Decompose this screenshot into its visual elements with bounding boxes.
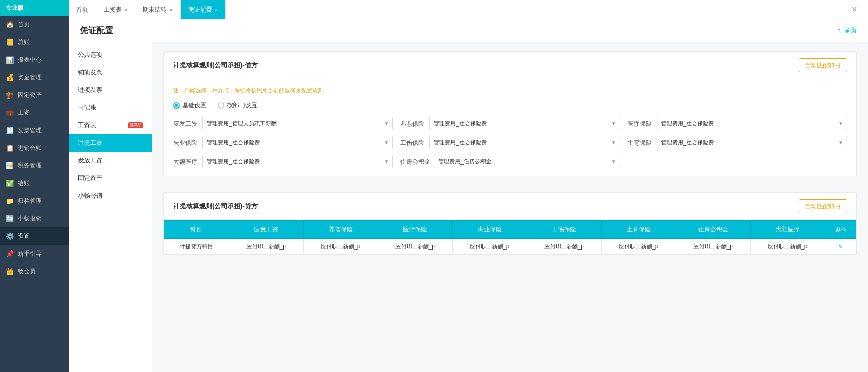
sidebar-label-invoice-mgmt: 发票管理 xyxy=(18,126,42,135)
sidebar-item-settings[interactable]: ⚙️设置 xyxy=(0,227,69,245)
debit-select-value-生育保险: 管理费用_社会保险费 xyxy=(661,139,714,147)
debit-arrow-住房公积金: ▼ xyxy=(611,159,616,164)
sidebar-item-settlement[interactable]: ✅结账 xyxy=(0,174,69,192)
credit-th-操作: 操作 xyxy=(825,221,856,239)
tabs-container: 首页工资表×期末结转×凭证配置× xyxy=(69,0,226,19)
tab-salary-table[interactable]: 工资表× xyxy=(96,0,135,19)
debit-auto-match-button[interactable]: 自动匹配科目 xyxy=(799,58,847,72)
close-button[interactable]: ✕ xyxy=(848,3,861,16)
tab-label-period-close: 期末结转 xyxy=(143,6,167,14)
debit-select-value-大额医疗: 管理费用_社会保险费 xyxy=(207,158,260,166)
debit-select-工伤保险[interactable]: 管理费用_社会保险费 ▼ xyxy=(429,136,620,149)
left-nav-label-salary-table: 工资表 xyxy=(78,121,96,129)
debit-section-header: 计提核算规则(公司承担)-借方 自动匹配科目 xyxy=(164,52,856,79)
debit-form-row-大额医疗: 大额医疗 管理费用_社会保险费 ▼ xyxy=(173,155,393,168)
credit-row-value-7: 应付职工薪酬_p xyxy=(751,239,825,255)
refresh-button[interactable]: ↻ 刷新 xyxy=(838,26,857,35)
left-nav-item-sales-invoice[interactable]: 销项发票 xyxy=(69,64,152,81)
debit-select-value-养老保险: 管理费用_社会保险费 xyxy=(434,120,487,128)
sidebar-item-invoice-mgmt[interactable]: 🧾发票管理 xyxy=(0,122,69,139)
tab-close-voucher-config[interactable]: × xyxy=(215,7,218,13)
debit-label-大额医疗: 大额医疗 xyxy=(173,158,199,166)
tab-close-salary-table[interactable]: × xyxy=(124,7,127,13)
refresh-label: 刷新 xyxy=(845,26,857,35)
sidebar-item-member[interactable]: 👑畅会员 xyxy=(0,263,69,280)
left-nav-label-journal: 日记账 xyxy=(78,103,96,112)
sidebar-item-reports[interactable]: 📊报表中心 xyxy=(0,51,69,69)
sidebar-item-salary[interactable]: 💼工资 xyxy=(0,104,69,122)
section-divider xyxy=(163,186,857,186)
sidebar-item-general-ledger[interactable]: 📒总账 xyxy=(0,33,69,51)
debit-select-应发工资[interactable]: 管理费用_管理人员职工薪酬 ▼ xyxy=(202,117,393,130)
tab-label-voucher-config: 凭证配置 xyxy=(188,6,212,14)
debit-select-生育保险[interactable]: 管理费用_社会保险费 ▼ xyxy=(657,136,847,149)
debit-select-value-住房公积金: 管理费用_住房公积金 xyxy=(438,158,492,166)
debit-form-row-养老保险: 养老保险 管理费用_社会保险费 ▼ xyxy=(400,117,620,130)
tab-voucher-config[interactable]: 凭证配置× xyxy=(181,0,226,19)
tab-period-close[interactable]: 期末结转× xyxy=(135,0,180,19)
credit-section: 计提核算规则(公司承担)-贷方 自动匹配科目 科目应发工资养老保险医疗保险失业保… xyxy=(163,192,857,255)
sidebar-item-funds[interactable]: 💰资金管理 xyxy=(0,69,69,86)
radio-dept-label: 按部门设置 xyxy=(227,101,257,109)
edit-icon[interactable]: ✎ xyxy=(838,244,843,250)
credit-row-action[interactable]: ✎ xyxy=(825,239,856,255)
sidebar-label-general-ledger: 总账 xyxy=(18,38,30,46)
debit-arrow-生育保险: ▼ xyxy=(838,140,843,145)
left-nav-label-purchase-invoice: 进项发票 xyxy=(78,86,102,94)
debit-form-grid: 应发工资 管理费用_管理人员职工薪酬 ▼ 养老保险 管理费用_社会保险费 ▼ 医… xyxy=(173,117,847,168)
sidebar-icon-salary: 💼 xyxy=(6,109,14,116)
sidebar-item-archive[interactable]: 📁归档管理 xyxy=(0,192,69,210)
debit-select-失业保险[interactable]: 管理费用_社会保险费 ▼ xyxy=(202,136,393,149)
credit-row-value-2: 应付职工薪酬_p xyxy=(378,239,453,255)
page-title: 凭证配置 xyxy=(80,25,113,36)
debit-select-养老保险[interactable]: 管理费用_社会保险费 ▼ xyxy=(429,117,620,130)
radio-basic[interactable]: 基础设置 xyxy=(173,101,207,109)
radio-by-dept[interactable]: 按部门设置 xyxy=(218,101,257,109)
credit-row-value-1: 应付职工薪酬_p xyxy=(304,239,378,255)
debit-select-住房公积金[interactable]: 管理费用_住房公积金 ▼ xyxy=(434,155,620,168)
sidebar-icon-settlement: ✅ xyxy=(6,180,14,187)
tab-label-home: 首页 xyxy=(76,6,88,14)
sidebar-items: 🏠首页📒总账📊报表中心💰资金管理🏗️固定资产💼工资🧾发票管理📋进销台账📝税务管理… xyxy=(0,16,69,280)
debit-label-养老保险: 养老保险 xyxy=(400,120,426,128)
left-nav-label-sales-invoice: 销项发票 xyxy=(78,68,102,77)
credit-section-body: 科目应发工资养老保险医疗保险失业保险工伤保险生育保险住房公积金大额医疗操作计提贷… xyxy=(164,220,856,255)
debit-form-row-工伤保险: 工伤保险 管理费用_社会保险费 ▼ xyxy=(400,136,620,149)
sidebar-item-purchase-sales[interactable]: 📋进销台账 xyxy=(0,139,69,157)
debit-label-应发工资: 应发工资 xyxy=(173,120,199,128)
sidebar-item-guide[interactable]: 📌新手引导 xyxy=(0,245,69,263)
left-nav-item-xiaochangbao[interactable]: 小畅报销 xyxy=(69,187,152,205)
credit-auto-match-button[interactable]: 自动匹配科目 xyxy=(799,199,847,213)
sidebar-item-home[interactable]: 🏠首页 xyxy=(0,16,69,33)
left-nav-item-salary-table[interactable]: 工资表NEW xyxy=(69,116,152,134)
sidebar-item-xiaochangbao[interactable]: 🔄小畅报销 xyxy=(0,210,69,227)
credit-row-subject: 计提贷方科目 xyxy=(164,239,229,255)
debit-select-value-工伤保险: 管理费用_社会保险费 xyxy=(434,139,487,147)
sidebar-item-tax-mgmt[interactable]: 📝税务管理 xyxy=(0,157,69,174)
left-nav-item-journal[interactable]: 日记账 xyxy=(69,99,152,116)
sidebar-label-salary: 工资 xyxy=(18,109,30,117)
left-nav-item-purchase-invoice[interactable]: 进项发票 xyxy=(69,81,152,99)
sidebar-icon-archive: 📁 xyxy=(6,197,14,205)
debit-select-大额医疗[interactable]: 管理费用_社会保险费 ▼ xyxy=(202,155,393,168)
sidebar-icon-funds: 💰 xyxy=(6,74,14,81)
left-nav-item-public-options[interactable]: 公共选项 xyxy=(69,46,152,64)
debit-select-医疗保险[interactable]: 管理费用_社会保险费 ▼ xyxy=(657,117,847,130)
debit-arrow-应发工资: ▼ xyxy=(384,121,389,126)
left-nav-item-calc-salary[interactable]: 计提工资 xyxy=(69,134,152,152)
sidebar-label-guide: 新手引导 xyxy=(18,250,42,258)
debit-arrow-工伤保险: ▼ xyxy=(611,140,616,145)
radio-dept-dot xyxy=(218,102,224,109)
left-nav-item-pay-salary[interactable]: 发放工资 xyxy=(69,152,152,169)
credit-th-科目: 科目 xyxy=(164,221,229,239)
tab-close-period-close[interactable]: × xyxy=(169,7,172,13)
sidebar-icon-home: 🏠 xyxy=(6,21,14,28)
sidebar-label-reports: 报表中心 xyxy=(18,56,42,64)
left-nav-item-fixed-assets[interactable]: 固定资产 xyxy=(69,169,152,187)
debit-section: 计提核算规则(公司承担)-借方 自动匹配科目 注：只能选择一种方式，系统将按照您… xyxy=(163,51,857,176)
sidebar-label-archive: 归档管理 xyxy=(18,197,42,205)
tab-home[interactable]: 首页 xyxy=(69,0,96,19)
app-title: 专业版 xyxy=(0,0,69,16)
sidebar-label-funds: 资金管理 xyxy=(18,73,42,82)
sidebar-item-fixed-assets[interactable]: 🏗️固定资产 xyxy=(0,86,69,104)
